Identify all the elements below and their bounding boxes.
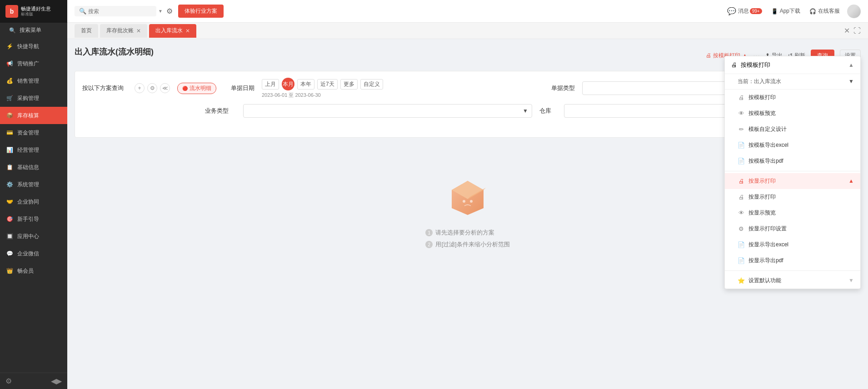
dropdown-item-display-settings[interactable]: ⚙ 按显示打印设置 [725, 221, 860, 237]
filter-actions: + ⚙ ≪ [135, 83, 170, 93]
template-pdf-icon: 📄 [738, 157, 745, 165]
tab-flow-close[interactable]: ✕ [185, 28, 190, 34]
dropdown-item-display-excel[interactable]: 📄 按显示导出excel [725, 237, 860, 253]
sidebar-item-quick-nav[interactable]: ⚡ 快捷导航 [0, 38, 67, 55]
display-section-chevron: ▲ [848, 178, 854, 184]
set-default-icon: ⭐ [738, 277, 745, 284]
sidebar-item-finance[interactable]: 💳 资金管理 [0, 124, 67, 141]
dropdown-item-template-print[interactable]: 🖨 按模板打印 [725, 90, 860, 105]
date-btn-custom[interactable]: 自定义 [360, 79, 383, 90]
finance-icon: 💳 [5, 129, 14, 137]
date-btn-7days[interactable]: 近7天 [317, 79, 338, 90]
messages-btn[interactable]: 💬 消息 99+ [727, 7, 762, 15]
print-icon: 🖨 [706, 52, 711, 59]
topbar-search-input[interactable] [88, 8, 152, 15]
tip1-num: 1 [425, 229, 433, 236]
sidebar-item-basic[interactable]: 📋 基础信息 [0, 159, 67, 176]
topbar-right: 💬 消息 99+ 📱 App下载 🎧 在线客服 [727, 5, 861, 18]
warehouse-label: 仓库 [539, 107, 553, 115]
sidebar-item-purchase[interactable]: 🛒 采购管理 [0, 90, 67, 107]
biz-type-chevron: ▼ [523, 108, 528, 114]
tab-home[interactable]: 首页 [75, 24, 98, 38]
filter-tag-icon: 🔴 [182, 86, 188, 91]
dropdown-header: 🖨 按模板打印 ▲ [725, 56, 860, 74]
sidebar-item-guide[interactable]: 🎯 新手引导 [0, 210, 67, 228]
sidebar-item-member[interactable]: 👑 畅会员 [0, 262, 67, 279]
biz-type-label: 业务类型 [205, 107, 232, 115]
date-btn-more[interactable]: 更多 [340, 79, 358, 90]
tab-close-all-icon[interactable]: ✕ [844, 26, 850, 35]
date-btn-last-month[interactable]: 上月 [262, 79, 279, 90]
dropdown-current-label: 当前：出入库流水 ▼ [725, 74, 860, 90]
dropdown-item-template-pdf[interactable]: 📄 按模板导出pdf [725, 153, 860, 169]
tab-batch-close[interactable]: ✕ [136, 28, 141, 34]
sidebar-item-system[interactable]: ⚙️ 系统管理 [0, 176, 67, 193]
date-label: 单据日期 [231, 84, 258, 92]
settings-icon[interactable]: ⚙ [5, 377, 12, 385]
date-btn-this-month[interactable]: 本月 [282, 78, 294, 90]
sales-icon: 💰 [5, 77, 14, 85]
dropdown-item-template-preview[interactable]: 👁 按模板预览 [725, 105, 860, 121]
phone-icon: 📱 [771, 8, 778, 15]
dropdown-item-display-pdf[interactable]: 📄 按显示导出pdf [725, 253, 860, 269]
date-filter: 上月 本月 本年 近7天 更多 自定义 2023-06-01 至 2023-06… [262, 78, 383, 99]
basic-icon: 📋 [5, 163, 14, 171]
sidebar-item-wechat[interactable]: 💬 企业微信 [0, 245, 67, 262]
tab-expand-icon[interactable]: ⛶ [853, 27, 861, 35]
filter-add-button[interactable]: + [135, 83, 145, 93]
trial-button[interactable]: 体验行业方案 [178, 5, 224, 18]
dropdown-item-display-print[interactable]: 🖨 按显示打印 [725, 189, 860, 205]
empty-tip-1: 1 请先选择要分析的方案 [425, 229, 509, 237]
sidebar-item-inventory[interactable]: 📦 库存核算 [0, 107, 67, 124]
sidebar-item-operations[interactable]: 📊 经营管理 [0, 141, 67, 159]
quick-nav-icon: ⚡ [5, 42, 14, 50]
sidebar-nav: ⚡ 快捷导航 📢 营销推广 💰 销售管理 🛒 采购管理 📦 库存核算 💳 资金管… [0, 38, 67, 373]
date-btn-this-year[interactable]: 本年 [297, 79, 314, 90]
tip2-num: 2 [425, 241, 433, 248]
dropdown-section-display-print[interactable]: 🖨 按显示打印 ▲ [725, 173, 860, 189]
dropdown-item-template-custom[interactable]: ✏ 模板自定义设计 [725, 121, 860, 137]
wechat-icon: 💬 [5, 249, 14, 258]
dropdown-item-display-preview[interactable]: 👁 按显示预览 [725, 205, 860, 221]
sidebar-item-marketing[interactable]: 📢 营销推广 [0, 55, 67, 72]
filter-collapse-button[interactable]: ≪ [160, 83, 170, 93]
sidebar: b 畅捷通好生意 标准版 🔍 搜索菜单 ⚡ 快捷导航 📢 营销推广 💰 销售管理… [0, 0, 67, 389]
service-btn[interactable]: 🎧 在线客服 [808, 7, 840, 15]
dropdown-item-template-excel[interactable]: 📄 按模板导出excel [725, 137, 860, 153]
messages-badge: 99+ [750, 8, 762, 14]
sidebar-search-item[interactable]: 🔍 搜索菜单 [0, 23, 67, 38]
sidebar-logo: b 畅捷通好生意 标准版 [0, 0, 67, 23]
user-avatar[interactable] [847, 5, 861, 18]
message-icon: 💬 [727, 7, 736, 15]
dropdown-item-set-default[interactable]: ⭐ 设置默认功能 ▼ [725, 273, 860, 289]
page-header-area: 出入库流水(流水明细) 🖨 按模板打印 ▲ ··· ⬆ 导出 ↺ 刷新 [75, 46, 861, 65]
date-range-display: 2023-06-01 至 2023-06-30 [262, 92, 383, 99]
display-excel-icon: 📄 [738, 241, 745, 248]
print-header-icon: 🖨 [731, 61, 737, 68]
dropdown-chevron-up[interactable]: ▲ [848, 62, 854, 68]
display-settings-icon: ⚙ [738, 225, 745, 232]
filter-tag: 🔴 流水明细 [177, 83, 216, 94]
search-dropdown-arrow[interactable]: ▼ [158, 9, 163, 14]
app-download-btn[interactable]: 📱 App下载 [769, 7, 800, 15]
filter-scheme-label: 按以下方案查询 [82, 84, 124, 92]
purchase-icon: 🛒 [5, 94, 14, 102]
topbar-gear-icon[interactable]: ⚙ [166, 7, 173, 15]
doc-type-label: 单据类型 [551, 84, 579, 92]
display-pdf-icon: 📄 [738, 257, 745, 264]
sidebar-item-apps[interactable]: 🔲 应用中心 [0, 228, 67, 245]
svg-point-3 [463, 200, 465, 203]
template-print-icon: 🖨 [738, 94, 745, 101]
biz-type-select[interactable]: ▼ [243, 104, 532, 118]
svg-point-4 [470, 200, 473, 203]
filter-settings-button[interactable]: ⚙ [147, 83, 157, 93]
tab-flow[interactable]: 出入库流水 ✕ [149, 24, 196, 38]
collapse-icon[interactable]: ◀▶ [51, 377, 62, 385]
tab-batch[interactable]: 库存批次账 ✕ [100, 24, 147, 38]
date-filter-group: 单据日期 上月 本月 本年 近7天 更多 自定义 2023-06-01 至 20… [231, 78, 533, 99]
dropdown-divider-1 [725, 171, 860, 171]
empty-tip-2: 2 用[过滤]条件来缩小分析范围 [425, 240, 509, 249]
topbar-search-box[interactable]: 🔍 [75, 6, 156, 16]
sidebar-item-sales[interactable]: 💰 销售管理 [0, 72, 67, 90]
sidebar-item-cooperation[interactable]: 🤝 企业协同 [0, 193, 67, 210]
